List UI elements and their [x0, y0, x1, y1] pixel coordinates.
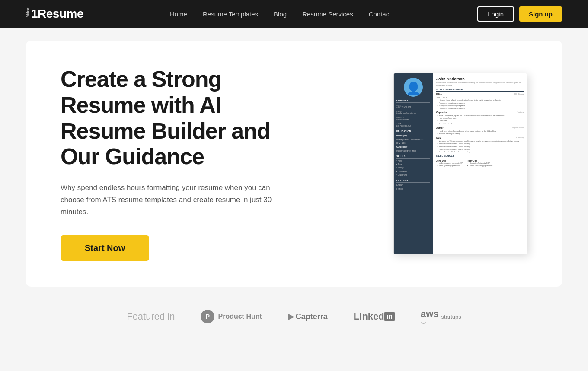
job-4: SMM Company Managed the Telegram channel…	[436, 136, 524, 153]
linkedin-text: Linked	[354, 311, 384, 322]
login-button[interactable]: Login	[477, 6, 514, 22]
site-logo[interactable]: Million 1 Resume	[26, 7, 83, 21]
aws-logo: aws ⌣ startups	[421, 308, 461, 325]
logo-one: 1	[31, 7, 38, 21]
ref-2-school: Graduate - University XXV	[467, 162, 492, 164]
job-4-meta: Company	[516, 136, 524, 139]
skill-4: • Culturalism	[396, 171, 430, 173]
start-now-button[interactable]: Start Now	[61, 235, 149, 261]
job-1-bullet-1: I do everything related to social networ…	[436, 99, 524, 101]
edu-2-school: Master's Degree - HSB	[396, 150, 430, 152]
logo-million-text: Million	[26, 7, 30, 18]
ref-1-school: Undergraduate - University XXV	[436, 162, 463, 164]
job-3-title: Author	[436, 127, 443, 129]
avatar-icon: 👤	[406, 82, 421, 95]
nav-actions: Login Sign up	[477, 6, 562, 22]
job-3-header: Author Company Name	[436, 127, 524, 129]
job-4-bullet-3: Report from the Student Council meeting	[436, 146, 524, 148]
ref-1-email: Email - johndo@gmail.com	[436, 165, 463, 167]
job-3-bullet-1: I took three internships and wrote a tex…	[436, 130, 524, 132]
aws-startups-text: startups	[441, 314, 461, 320]
product-hunt-text: Product Hunt	[218, 313, 262, 320]
resume-right-panel: John Anderson Lorem ipsum dolor sit amet…	[433, 73, 527, 254]
job-2-bullet-1: Made a lot of texts, figured out a bunch…	[436, 114, 524, 117]
job-2: Copywriter Texterra Made a lot of texts,…	[436, 111, 524, 125]
contact-call-value: +54 123 456 789	[396, 106, 430, 109]
job-1: Editor DC Odessa 2018 — 2019 I do everyt…	[436, 93, 524, 109]
aws-smile-icon: ⌣	[421, 320, 439, 325]
nav-resume-services[interactable]: Resume Services	[302, 10, 353, 18]
linkedin-in-box: in	[384, 312, 395, 321]
contact-area-value: Los Angeles, CA	[396, 125, 430, 127]
nav-home[interactable]: Home	[170, 10, 187, 18]
hero-card: Create a Strong Resume with AI Resume Bu…	[26, 41, 562, 287]
resume-avatar: 👤	[404, 78, 423, 97]
lang-1: English	[396, 184, 430, 187]
references-row: John Doe Undergraduate - University XXV …	[436, 159, 524, 167]
job-3-meta: Company Name	[511, 127, 524, 129]
job-1-bullet-3: Funny pre-revolutionary magazine	[436, 105, 524, 107]
nav-resume-templates[interactable]: Resume Templates	[203, 10, 258, 18]
skills-section-title: Skills	[396, 155, 430, 159]
job-3: Author Company Name I took three interns…	[436, 127, 524, 135]
job-2-title: Copywriter	[436, 111, 447, 114]
capterra-icon: ▶	[288, 312, 294, 321]
product-hunt-icon: P	[201, 310, 214, 323]
job-1-meta: DC Odessa	[514, 93, 524, 95]
job-2-bullet-3: Culturalism	[436, 120, 524, 122]
nav-contact[interactable]: Contact	[369, 10, 391, 18]
job-2-meta: Texterra	[518, 111, 524, 114]
edu-1-degree: Philosophy	[396, 135, 430, 137]
hero-wrapper: Create a Strong Resume with AI Resume Bu…	[0, 28, 588, 300]
job-1-bullet-2: Funny pre-revolutionary magazine	[436, 102, 524, 104]
job-1-bullet-4: Funny pre-revolutionary magazine	[436, 107, 524, 109]
hero-subtitle: Why spend endless hours formatting your …	[61, 182, 277, 218]
job-4-bullet-2: Report from the Student Council meeting	[436, 143, 524, 145]
resume-left-panel: 👤 Contact Call +54 123 456 789 Email j.a…	[394, 73, 433, 254]
job-1-title: Editor	[436, 93, 442, 95]
job-1-years: 2018 — 2019	[436, 96, 524, 98]
references-title: References	[436, 155, 524, 158]
resume-card: 👤 Contact Call +54 123 456 789 Email j.a…	[393, 73, 527, 254]
skill-1: • Html	[396, 160, 430, 162]
signup-button[interactable]: Sign up	[519, 6, 562, 22]
nav-links: Home Resume Templates Blog Resume Servic…	[170, 10, 391, 18]
linkedin-logo: Linked in	[354, 311, 395, 322]
job-1-header: Editor DC Odessa	[436, 93, 524, 95]
aws-icon-group: aws ⌣	[421, 308, 439, 325]
featured-section: Featured in P Product Hunt ▶ Capterra Li…	[0, 300, 588, 342]
product-hunt-logo: P Product Hunt	[201, 310, 262, 323]
capterra-logo: ▶ Capterra	[288, 312, 328, 321]
resume-tagline: Lorem ipsum dolor sit amet, consectetur …	[436, 82, 524, 86]
job-3-bullet-2: Machine learning for trading	[436, 133, 524, 135]
edu-2-degree: Culturology	[396, 146, 430, 149]
job-4-bullet-4: Report from the Student Council meeting	[436, 148, 524, 150]
hero-content: Create a Strong Resume with AI Resume Bu…	[61, 67, 303, 261]
nav-blog[interactable]: Blog	[274, 10, 287, 18]
education-section-title: Education	[396, 130, 430, 133]
resume-preview-image: 👤 Contact Call +54 123 456 789 Email j.a…	[393, 73, 527, 254]
job-2-bullet-4: Description line 3	[436, 123, 524, 125]
contact-email-value: j.anderson@gmail.com	[396, 112, 430, 115]
featured-label: Featured in	[127, 311, 175, 322]
job-4-bullet-1: Managed the Telegram channel, taught res…	[436, 140, 524, 142]
references-section: References John Doe Undergraduate - Univ…	[436, 155, 524, 167]
job-4-header: SMM Company	[436, 136, 524, 139]
contact-website-value: anderson.com	[396, 119, 430, 121]
resume-name: John Anderson	[436, 77, 524, 81]
contact-section-title: Contact	[396, 99, 430, 103]
ref-2: Rody Doe Graduate - University XXV Email…	[467, 159, 492, 167]
job-4-bullet-5: Report from the Student Council meeting	[436, 151, 524, 153]
ref-2-email: Email - University@gmail.com	[467, 165, 492, 167]
hero-title: Create a Strong Resume with AI Resume Bu…	[61, 67, 303, 170]
edu-1-school: Undergraduate - University XXV	[396, 139, 430, 141]
skill-5: • Leadership	[396, 174, 430, 177]
lang-2: French	[396, 188, 430, 190]
work-experience-section: Work Experience Editor DC Odessa 2018 — …	[436, 88, 524, 153]
edu-1-years: XXV - 2019	[396, 142, 430, 145]
job-2-bullet-2: How to proofread texts	[436, 117, 524, 119]
work-experience-title: Work Experience	[436, 88, 524, 92]
ref-1: John Doe Undergraduate - University XXV …	[436, 159, 463, 167]
skill-2: • Java	[396, 163, 430, 166]
capterra-text: Capterra	[296, 312, 328, 321]
